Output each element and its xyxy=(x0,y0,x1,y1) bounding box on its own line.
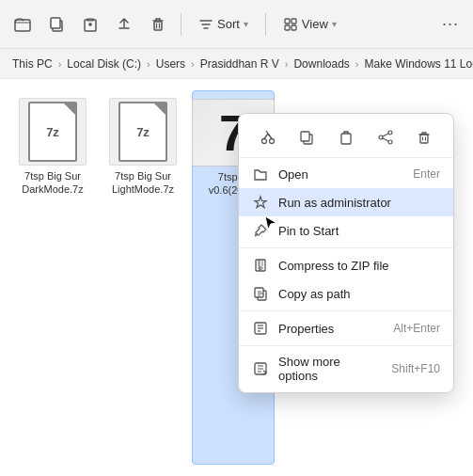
file-name-1: 7tsp Big Sur DarkMode.7z xyxy=(15,169,90,197)
ctx-run-admin-icon xyxy=(252,194,269,211)
ctx-toolbar xyxy=(239,118,453,158)
ctx-pin-start-item[interactable]: Pin to Start xyxy=(239,216,453,245)
ctx-pin-icon xyxy=(252,222,269,239)
ctx-divider-3 xyxy=(239,345,453,346)
svg-point-9 xyxy=(261,139,266,144)
breadcrumb-sep-1: › xyxy=(58,58,62,70)
ctx-run-admin-label: Run as administrator xyxy=(278,196,440,210)
svg-point-17 xyxy=(388,131,392,135)
svg-line-11 xyxy=(264,134,268,139)
ctx-properties-label: Properties xyxy=(278,322,384,336)
ctx-open-icon xyxy=(252,166,269,182)
ctx-open-shortcut: Enter xyxy=(413,167,440,181)
ctx-run-admin-item[interactable]: Run as administrator xyxy=(239,188,453,216)
file-icon-box-1: 7z xyxy=(19,98,87,166)
ctx-share-icon[interactable] xyxy=(371,123,400,151)
svg-line-21 xyxy=(383,138,388,141)
svg-rect-16 xyxy=(341,134,351,144)
ctx-properties-icon xyxy=(252,320,269,337)
breadcrumb: This PC › Local Disk (C:) › Users › Pras… xyxy=(0,49,473,79)
svg-rect-22 xyxy=(420,135,428,143)
ctx-show-more-label: Show more options xyxy=(278,355,382,383)
view-chevron: ▾ xyxy=(332,19,337,29)
sort-label: Sort xyxy=(217,17,240,31)
file-item-1[interactable]: 7z 7tsp Big Sur DarkMode.7z xyxy=(11,90,94,465)
ctx-paste-icon[interactable] xyxy=(332,123,360,151)
svg-rect-0 xyxy=(15,20,30,31)
breadcrumb-sep-2: › xyxy=(147,58,150,70)
sort-button[interactable]: Sort ▾ xyxy=(189,13,258,36)
copy-icon[interactable] xyxy=(41,9,71,40)
ctx-divider-1 xyxy=(239,247,453,248)
toolbar-divider-1 xyxy=(181,13,181,36)
svg-point-10 xyxy=(269,139,274,144)
file-icon-box-2: 7z xyxy=(109,98,177,166)
ctx-copy-path-label: Copy as path xyxy=(278,287,440,301)
sort-chevron: ▾ xyxy=(244,19,248,29)
svg-line-20 xyxy=(383,134,388,136)
toolbar: Sort ▾ View ▾ ··· xyxy=(0,0,473,49)
breadcrumb-downloads[interactable]: Downloads xyxy=(291,56,352,72)
more-options-icon[interactable]: ··· xyxy=(435,9,465,40)
file-name-2: 7tsp Big Sur LightMode.7z xyxy=(105,169,181,197)
ctx-properties-shortcut: Alt+Enter xyxy=(393,322,440,335)
ctx-cut-icon[interactable] xyxy=(254,123,282,151)
svg-rect-7 xyxy=(285,25,290,30)
delete-icon[interactable] xyxy=(143,9,173,40)
svg-rect-2 xyxy=(51,18,60,28)
ctx-copy-icon[interactable] xyxy=(292,123,321,151)
breadcrumb-user[interactable]: Prasiddhan R V xyxy=(197,56,282,72)
archive-icon-2: 7z xyxy=(118,102,167,162)
ctx-compress-icon xyxy=(252,257,269,274)
breadcrumb-users[interactable]: Users xyxy=(153,56,188,72)
toolbar-divider-2 xyxy=(265,13,266,36)
svg-rect-4 xyxy=(154,22,162,30)
ctx-copy-path-icon xyxy=(252,285,269,302)
ctx-open-label: Open xyxy=(278,167,403,182)
breadcrumb-sep-5: › xyxy=(355,58,359,70)
breadcrumb-folder[interactable]: Make Windows 11 Look Like macOS (Te xyxy=(362,56,474,72)
ctx-delete-icon[interactable] xyxy=(410,123,438,151)
view-button[interactable]: View ▾ xyxy=(274,13,346,36)
ctx-pin-label: Pin to Start xyxy=(278,224,440,238)
context-menu: Open Enter Run as administrator Pin to S… xyxy=(238,113,454,393)
ctx-show-more-icon xyxy=(252,360,269,377)
new-folder-icon[interactable] xyxy=(8,9,38,40)
breadcrumb-sep-3: › xyxy=(191,58,195,70)
breadcrumb-local-disk[interactable]: Local Disk (C:) xyxy=(64,56,144,72)
ctx-compress-item[interactable]: Compress to ZIP file xyxy=(239,251,453,279)
ctx-divider-2 xyxy=(239,310,453,311)
breadcrumb-sep-4: › xyxy=(285,58,289,70)
svg-rect-15 xyxy=(301,132,309,141)
svg-rect-6 xyxy=(292,19,296,24)
ctx-open-item[interactable]: Open Enter xyxy=(239,160,453,188)
ctx-properties-item[interactable]: Properties Alt+Enter xyxy=(239,314,453,342)
ctx-show-more-item[interactable]: Show more options Shift+F10 xyxy=(239,349,453,389)
ctx-compress-label: Compress to ZIP file xyxy=(278,259,440,273)
svg-point-19 xyxy=(379,135,383,139)
archive-icon-1: 7z xyxy=(28,102,77,162)
svg-rect-29 xyxy=(255,288,263,297)
ctx-copy-path-item[interactable]: Copy as path xyxy=(239,279,453,308)
file-item-2[interactable]: 7z 7tsp Big Sur LightMode.7z xyxy=(102,90,184,465)
breadcrumb-this-pc[interactable]: This PC xyxy=(9,56,55,72)
share-icon[interactable] xyxy=(109,9,139,40)
view-label: View xyxy=(302,17,328,31)
svg-rect-8 xyxy=(292,25,296,30)
svg-rect-5 xyxy=(285,19,290,24)
ctx-show-more-shortcut: Shift+F10 xyxy=(391,362,440,375)
svg-point-18 xyxy=(388,140,392,144)
paste-icon[interactable] xyxy=(75,9,105,40)
